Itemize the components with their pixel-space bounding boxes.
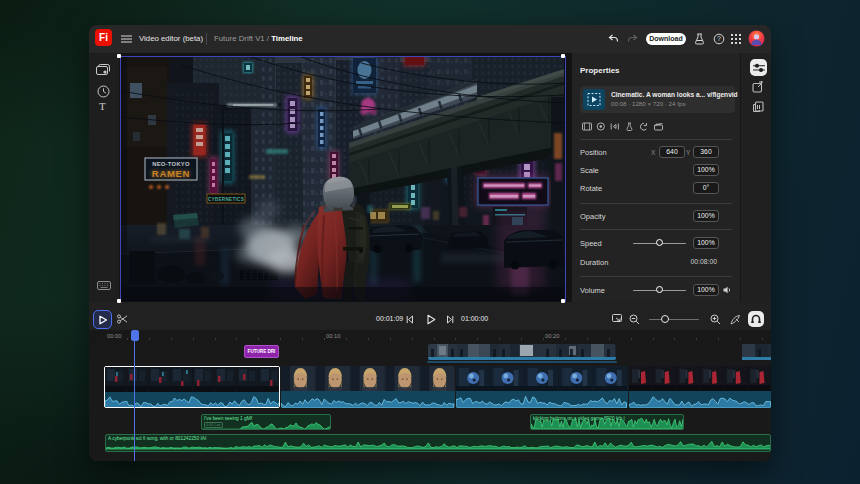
svg-text:?: ? — [717, 35, 721, 42]
